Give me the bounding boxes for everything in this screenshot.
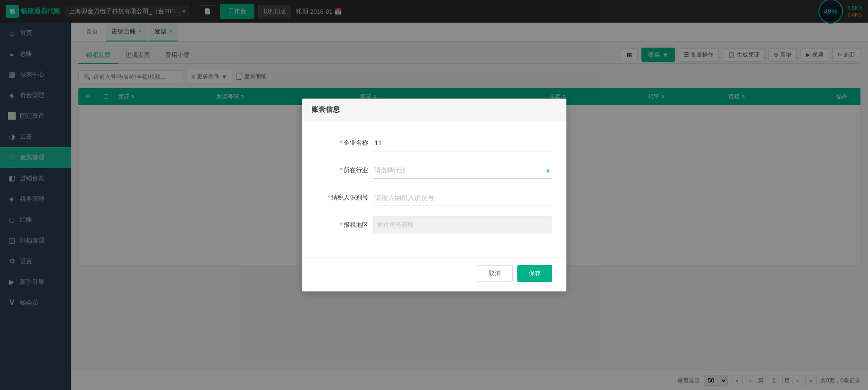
tax-id-input[interactable] bbox=[373, 189, 552, 206]
industry-placeholder: 请选择行业 bbox=[375, 166, 405, 174]
save-button[interactable]: 保存 bbox=[517, 265, 552, 282]
form-row-tax-region: *报税地区 通过税号获取 bbox=[316, 216, 552, 233]
modal-overlay[interactable]: 账套信息 *企业名称 *所在行业 请选择行业 ∨ bbox=[0, 0, 868, 390]
company-name-label: *企业名称 bbox=[316, 139, 368, 147]
form-row-tax-id: *纳税人识别号 bbox=[316, 189, 552, 206]
tax-region-display: 通过税号获取 bbox=[373, 216, 552, 233]
industry-chevron-icon: ∨ bbox=[546, 166, 550, 174]
modal-footer: 取消 保存 bbox=[302, 257, 566, 291]
account-info-modal: 账套信息 *企业名称 *所在行业 请选择行业 ∨ bbox=[302, 99, 566, 291]
industry-label: *所在行业 bbox=[316, 166, 368, 174]
industry-select[interactable]: 请选择行业 ∨ bbox=[373, 162, 552, 179]
modal-body: *企业名称 *所在行业 请选择行业 ∨ *纳税人识别号 bbox=[302, 121, 566, 257]
company-name-input[interactable] bbox=[373, 134, 552, 151]
form-row-industry: *所在行业 请选择行业 ∨ bbox=[316, 162, 552, 179]
cancel-button[interactable]: 取消 bbox=[477, 265, 513, 282]
tax-region-label: *报税地区 bbox=[316, 221, 368, 229]
form-row-company: *企业名称 bbox=[316, 134, 552, 151]
tax-id-label: *纳税人识别号 bbox=[316, 193, 368, 202]
modal-title: 账套信息 bbox=[312, 105, 340, 113]
modal-header: 账套信息 bbox=[302, 99, 566, 121]
